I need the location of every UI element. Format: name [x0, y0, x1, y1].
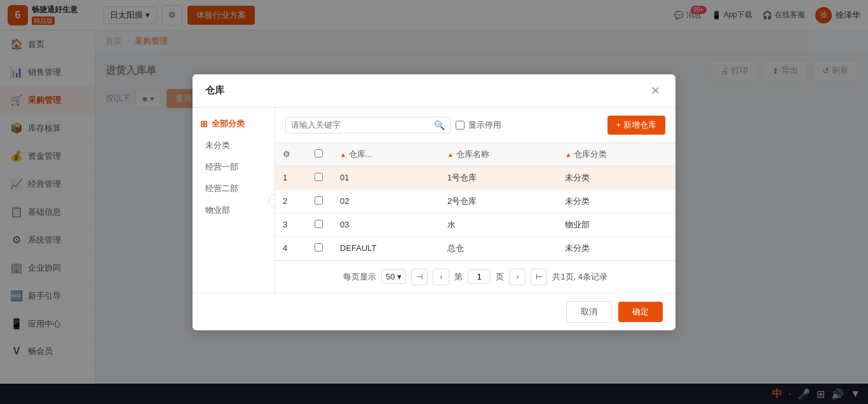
category-sidebar: ⊞ 全部分类 未分类 经营一部 经营二部 物业部 《 [193, 108, 275, 293]
table-area: 🔍 显示停用 + 新增仓库 ⚙ [275, 108, 675, 293]
confirm-button[interactable]: 确定 [618, 302, 663, 322]
table-row[interactable]: 2 02 2号仓库 未分类 [275, 189, 675, 213]
row-checkbox [307, 213, 332, 236]
th-code: ▲ 仓库... [332, 143, 440, 166]
prev-page-button[interactable]: ‹ [433, 269, 449, 285]
modal-close-button[interactable]: ✕ [648, 83, 663, 98]
row-num: 2 [275, 189, 307, 213]
modal-search-bar: 🔍 显示停用 + 新增仓库 [275, 108, 675, 143]
table-head: ⚙ ▲ 仓库... ▲ [275, 143, 675, 166]
search-input[interactable] [291, 120, 434, 130]
pagination: 每页显示 50 ▾ ⊣ ‹ 第 页 › ⊢ 共1页, 4条记录 [275, 260, 675, 293]
page-label: 第 [454, 271, 463, 283]
add-warehouse-button[interactable]: + 新增仓库 [607, 116, 665, 135]
category-item-property[interactable]: 物业部 [193, 199, 275, 221]
modal-header: 仓库 ✕ [193, 74, 675, 108]
row-category: 未分类 [557, 189, 675, 213]
th-name: ▲ 仓库名称 [440, 143, 558, 166]
page-size-select[interactable]: 50 ▾ [381, 269, 406, 284]
modal-footer: 取消 确定 [193, 293, 675, 330]
page-number-input[interactable] [468, 269, 491, 284]
row-checkbox [307, 189, 332, 213]
all-categories-label: 全部分类 [212, 118, 245, 130]
warehouse-modal: 仓库 ✕ ⊞ 全部分类 未分类 经营一部 经营二部 物业部 《 [193, 74, 675, 330]
modal-body: ⊞ 全部分类 未分类 经营一部 经营二部 物业部 《 🔍 [193, 108, 675, 293]
row-category: 未分类 [557, 166, 675, 189]
show-disabled-label: 显示停用 [468, 119, 501, 131]
sort-icon: ▲ [565, 151, 571, 158]
row-name: 1号仓库 [440, 166, 558, 189]
all-categories-item[interactable]: ⊞ 全部分类 [193, 113, 275, 135]
row-checkbox [307, 236, 332, 260]
th-settings: ⚙ [275, 143, 307, 166]
sort-icon: ▲ [447, 151, 454, 158]
category-item-op2[interactable]: 经营二部 [193, 178, 275, 199]
row-select-checkbox[interactable] [315, 243, 323, 252]
row-category: 未分类 [557, 236, 675, 260]
data-table: ⚙ ▲ 仓库... ▲ [275, 143, 675, 260]
row-select-checkbox[interactable] [315, 173, 323, 181]
row-num: 1 [275, 166, 307, 189]
row-checkbox [307, 166, 332, 189]
show-disabled-checkbox[interactable] [456, 121, 465, 130]
modal-title: 仓库 [205, 84, 224, 97]
table-row[interactable]: 1 01 1号仓库 未分类 [275, 166, 675, 189]
search-icon[interactable]: 🔍 [434, 120, 445, 130]
settings-col-icon: ⚙ [283, 149, 290, 159]
page-unit: 页 [496, 271, 504, 283]
row-code: 03 [332, 213, 440, 236]
table-row[interactable]: 3 03 水 物业部 [275, 213, 675, 236]
cancel-button[interactable]: 取消 [566, 301, 612, 323]
row-category: 物业部 [557, 213, 675, 236]
row-num: 4 [275, 236, 307, 260]
row-name: 总仓 [440, 236, 558, 260]
category-item-op1[interactable]: 经营一部 [193, 156, 275, 178]
total-info: 共1页, 4条记录 [552, 271, 607, 283]
modal-overlay: 仓库 ✕ ⊞ 全部分类 未分类 经营一部 经营二部 物业部 《 [0, 0, 868, 404]
first-page-button[interactable]: ⊣ [411, 269, 428, 285]
grid-icon: ⊞ [200, 119, 208, 129]
page-size-label: 每页显示 [343, 271, 376, 283]
show-disabled-wrap: 显示停用 [456, 119, 501, 131]
warehouse-table: ⚙ ▲ 仓库... ▲ [275, 143, 675, 260]
next-page-button[interactable]: › [509, 269, 526, 285]
th-category: ▲ 仓库分类 [557, 143, 675, 166]
row-name: 2号仓库 [440, 189, 558, 213]
last-page-button[interactable]: ⊢ [531, 269, 547, 285]
row-code: DEFAULT [332, 236, 440, 260]
th-checkbox [307, 143, 332, 166]
row-select-checkbox[interactable] [315, 220, 323, 228]
table-row[interactable]: 4 DEFAULT 总仓 未分类 [275, 236, 675, 260]
select-all-checkbox[interactable] [315, 149, 323, 158]
row-name: 水 [440, 213, 558, 236]
sort-icon: ▲ [340, 151, 346, 158]
category-item-unclassified[interactable]: 未分类 [193, 135, 275, 156]
chevron-down-icon: ▾ [397, 272, 402, 281]
row-select-checkbox[interactable] [315, 196, 323, 205]
row-num: 3 [275, 213, 307, 236]
row-code: 02 [332, 189, 440, 213]
table-body: 1 01 1号仓库 未分类 2 [275, 166, 675, 260]
row-code: 01 [332, 166, 440, 189]
search-input-wrap: 🔍 [285, 117, 451, 133]
